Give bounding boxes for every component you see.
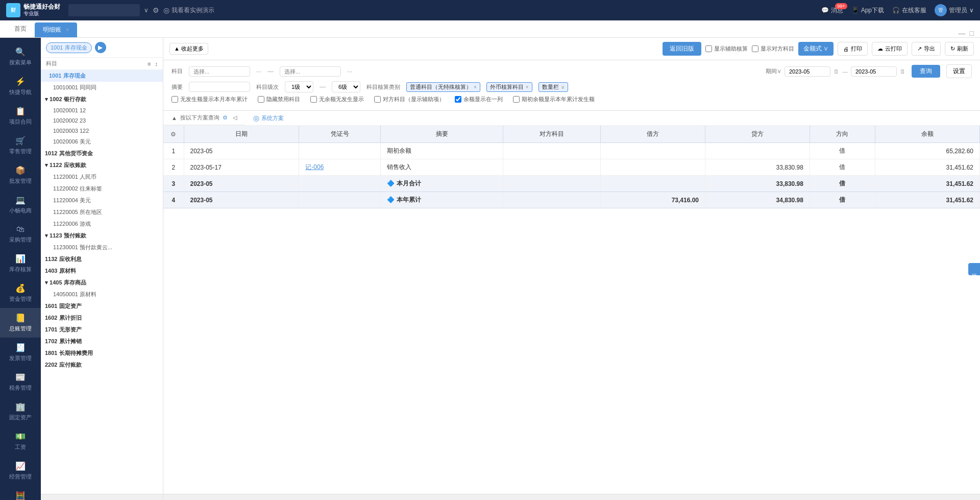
demo-link[interactable]: ◎ 我看看实例演示: [163, 6, 214, 15]
tree-item-11220006[interactable]: 11220006 游戏: [41, 218, 163, 230]
cloud-print-button[interactable]: ☁ 云打印: [872, 42, 908, 56]
sidebar-item-capital[interactable]: 💰 资金管理: [0, 278, 41, 308]
tree-item-11220005[interactable]: 11220005 所在地区: [41, 206, 163, 218]
filter-tag-normal[interactable]: 普通科目（无特殊核算） ×: [406, 82, 480, 92]
sidebar-item-wholesale[interactable]: 📦 批发管理: [0, 160, 41, 190]
th-gear[interactable]: ⚙: [163, 126, 184, 143]
tab-minimize-button[interactable]: —: [959, 29, 966, 37]
tree-item-10010001[interactable]: 10010001 同同同: [41, 82, 163, 93]
tab-close-icon[interactable]: ×: [66, 27, 69, 33]
horizontal-scrollbar[interactable]: [163, 494, 980, 500]
subject-input[interactable]: [189, 66, 250, 77]
sidebar-item-quick[interactable]: ⚡ 快捷导航: [0, 72, 41, 101]
tree-item-1122[interactable]: ▾ 1122 应收账款: [41, 159, 163, 171]
refresh-button[interactable]: ↻ 刷新: [945, 42, 974, 56]
online-service-button[interactable]: 🎧 在线客服: [892, 6, 926, 15]
tree-item-10020002[interactable]: 10020002 23: [41, 115, 163, 126]
level-start-select[interactable]: 1级2级3级: [285, 81, 313, 92]
tree-item-1601[interactable]: 1601 固定资产: [41, 300, 163, 312]
tree-item-1012[interactable]: 1012 其他货币资金: [41, 148, 163, 159]
setting-button[interactable]: 设置: [946, 64, 972, 78]
filter-collapse-btn[interactable]: ▲ 按以下方案查询 ⚙ ◁: [163, 111, 245, 125]
tree-item-10020003[interactable]: 10020003 122: [41, 126, 163, 136]
tree-item-10020001[interactable]: 10020001 12: [41, 105, 163, 115]
amount-format-button[interactable]: 金额式 ∨: [798, 42, 834, 56]
sidebar-item-salary[interactable]: 💵 工资: [0, 426, 41, 456]
return-old-version-button[interactable]: 返回旧版: [663, 42, 701, 56]
tree-item-1701[interactable]: 1701 无形资产: [41, 324, 163, 336]
tree-menu-icon[interactable]: ≡: [148, 61, 151, 67]
message-button[interactable]: 💬 消息 99+: [821, 6, 843, 15]
checkbox-period-balance[interactable]: 期初余额显示本年累计发生额: [513, 96, 595, 103]
tree-item-11220004[interactable]: 11220004 美元: [41, 195, 163, 206]
checkbox-contra-subject[interactable]: 对方科目（显示辅助项）: [374, 96, 445, 103]
tree-item-11220001[interactable]: 11220001 人民币: [41, 171, 163, 183]
tree-item-11230001[interactable]: 11230001 预付款黄云...: [41, 242, 163, 253]
checkbox-balance-one-col[interactable]: 余额显示在一列: [455, 96, 503, 103]
checkbox-hide-disabled[interactable]: 隐藏禁用科目: [258, 96, 300, 103]
summary-input[interactable]: [189, 82, 250, 92]
app-download-button[interactable]: 📱 App下载: [851, 6, 884, 15]
sidebar-item-inventory[interactable]: 📊 库存核算: [0, 249, 41, 278]
voucher-link[interactable]: 记-006: [305, 163, 324, 171]
collapse-left-icon[interactable]: ◁: [233, 114, 237, 121]
tree-item-1403[interactable]: 1403 原材料: [41, 265, 163, 277]
tree-item-14050001[interactable]: 14050001 原材料: [41, 289, 163, 300]
filter-tag-quantity[interactable]: 数量栏 ∨: [538, 82, 568, 92]
filter-tag-quantity-close[interactable]: ∨: [561, 84, 565, 90]
subject-input-end[interactable]: [280, 66, 341, 77]
tree-item-2202[interactable]: 2202 应付账款: [41, 359, 163, 371]
settings-gear-icon[interactable]: ⚙: [153, 6, 159, 14]
filter-tag-foreign[interactable]: 外币核算科目 ×: [486, 82, 532, 92]
tree-item-11220002[interactable]: 11220002 往来标签: [41, 183, 163, 195]
th-direction: 方向: [810, 126, 875, 143]
config-icon[interactable]: ⚙: [223, 114, 228, 121]
tree-item-1702[interactable]: 1702 累计摊销: [41, 336, 163, 347]
search-bar[interactable]: [68, 4, 140, 16]
tree-sort-icon[interactable]: ↕: [155, 61, 158, 67]
sidebar-item-fixed[interactable]: 🏢 固定资产: [0, 397, 41, 426]
filter-tag-foreign-close[interactable]: ×: [526, 84, 529, 90]
tab-bar: 首页 明细账 × — □: [0, 20, 980, 38]
sidebar-item-tax[interactable]: 📰 税务管理: [0, 367, 41, 397]
tree-item-1132[interactable]: 1132 应收利息: [41, 253, 163, 265]
scheme-link[interactable]: ◎ 系统方案: [253, 114, 284, 122]
nav-arrow-right[interactable]: ▶: [95, 42, 106, 53]
tree-item-1801[interactable]: 1801 长期待摊费用: [41, 347, 163, 359]
period-start-input[interactable]: [785, 66, 830, 77]
left-panel-scrollbar[interactable]: [41, 494, 163, 500]
period-end-input[interactable]: [851, 66, 897, 77]
sidebar-item-search[interactable]: 🔍 搜索菜单: [0, 42, 41, 72]
sidebar-item-ledger[interactable]: 📒 总账管理: [0, 308, 41, 338]
sidebar-item-report[interactable]: 🧮 小畅报销: [0, 486, 41, 500]
tab-detail[interactable]: 明细账 ×: [35, 22, 77, 37]
user-avatar-button[interactable]: 管 管理员 ∨: [935, 4, 974, 16]
sidebar-item-project[interactable]: 📋 项目合同: [0, 101, 41, 131]
tree-item-1602[interactable]: 1602 累计折旧: [41, 312, 163, 324]
sidebar-item-retail[interactable]: 🛒 零售管理: [0, 131, 41, 160]
sidebar-item-ops[interactable]: 📈 经营管理: [0, 456, 41, 486]
filter-tag-normal-close[interactable]: ×: [474, 84, 477, 90]
print-button[interactable]: 🖨 打印: [838, 42, 868, 56]
sidebar-item-purchase[interactable]: 🛍 采购管理: [0, 220, 41, 249]
tree-item-1123[interactable]: ▾ 1123 预付账款: [41, 230, 163, 242]
sidebar-item-invoice[interactable]: 🧾 发票管理: [0, 338, 41, 367]
show-aux-checkbox[interactable]: 显示辅助核算: [705, 45, 748, 53]
checkbox-no-balance[interactable]: 无发生额显示本月本年累计: [172, 96, 248, 103]
sidebar-item-ecommerce[interactable]: 💻 小畅电商: [0, 190, 41, 220]
show-contra-checkbox[interactable]: 显示对方科目: [752, 45, 794, 53]
dropdown-btn[interactable]: ∨: [144, 7, 149, 14]
tree-item-10020006[interactable]: 10020006 美元: [41, 136, 163, 148]
checkbox-no-balance-show[interactable]: 无余额无发生显示: [310, 96, 364, 103]
tree-item-1001[interactable]: 1001 库存现金: [41, 70, 163, 82]
level-end-select[interactable]: 6级5级4级: [332, 81, 360, 92]
tab-maximize-button[interactable]: □: [970, 29, 974, 37]
query-button[interactable]: 查询: [912, 65, 940, 78]
right-collapse-tab[interactable]: 展: [968, 263, 980, 275]
tab-home[interactable]: 首页: [6, 21, 35, 37]
subject-tag[interactable]: 1001 库存现金: [46, 42, 92, 53]
tree-item-1002[interactable]: ▾ 1002 银行存款: [41, 93, 163, 105]
export-button[interactable]: ↗ 导出: [912, 42, 941, 56]
tree-item-1405[interactable]: ▾ 1405 库存商品: [41, 277, 163, 289]
collapse-more-button[interactable]: ▲ 收起更多: [169, 43, 208, 55]
